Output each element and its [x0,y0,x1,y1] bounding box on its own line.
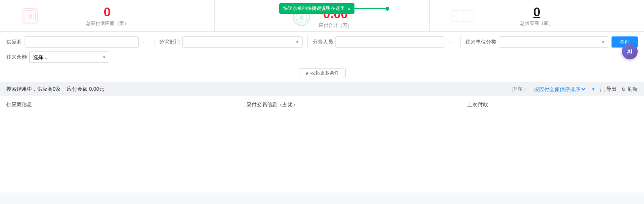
tooltip-text: 快速录单的快捷键说明在这里 [283,5,345,12]
balance-label: 往来余额 [6,53,27,61]
sort-dropdown-icon: ▼ [591,87,595,92]
svg-text:供: 供 [27,13,33,19]
person-label: 分管人员 [312,38,333,46]
dept-select[interactable] [182,36,302,48]
svg-text:米: 米 [298,15,305,21]
tooltip-balloon: 快速录单的快捷键说明在这里 × [279,3,354,14]
divider-3 [460,36,461,48]
results-info: 搜索结果中，供应商0家 应付金额 0.00元 [6,86,104,93]
search-bar: 供应商 ··· 分管部门 ▼ 分管人员 ··· 往来单位分类 [0,32,644,82]
sort-label: 排序： [512,86,528,93]
ai-badge[interactable]: Ai [622,44,638,59]
ai-label: Ai [627,48,633,55]
person-input[interactable] [335,36,445,48]
dept-label: 分管部门 [159,38,180,46]
results-vendor-count: 搜索结果中，供应商0家 [6,86,61,93]
table-col-lastpay: 上次付款 [467,101,638,108]
table-body [0,113,644,193]
stat-payable-total: 快速录单的快捷键说明在这里 × 米 0.00 应付合计（万） [215,0,429,31]
total-vendors-number: 0 [533,4,540,19]
vendor-label: 供应商 [6,38,22,46]
divider-1 [154,36,154,48]
tooltip-dot [385,7,389,11]
collapse-up-icon: ∧ [305,71,309,76]
vendor-field: 供应商 ··· [6,36,149,48]
vendor-input[interactable] [25,36,139,48]
payable-total-label: 应付合计（万） [319,22,352,29]
refresh-icon: ↻ [621,86,626,92]
unit-class-field: 往来单位分类 ▼ [465,36,608,48]
collapse-row: ∧ 收起更多条件 [6,66,638,82]
search-row-2: 往来余额 选择... ▼ [6,51,638,63]
results-actions: 排序： 按应付会额倒序排序 ▼ ⬚ 导出 ↻ 刷新 [512,86,638,93]
payable-vendors-label: 总应付供应商（家） [86,20,129,27]
refresh-label: 刷新 [627,86,638,93]
stamp-icon: 供 [21,7,39,25]
payable-vendors-number: 0 [104,4,111,19]
table-header: 供应商信息 应付交易信息（占比） 上次付款 [0,96,644,113]
bg-vendor-icon [451,7,475,23]
export-icon: ⬚ [600,86,605,92]
stat-payable-vendors: 供 0 总应付供应商（家） [0,0,215,31]
export-button[interactable]: ⬚ 导出 [600,86,617,93]
balance-select-wrapper: 选择... ▼ [29,51,109,63]
results-amount: 应付金额 0.00元 [67,86,104,93]
vendor-dots[interactable]: ··· [141,38,149,46]
unit-class-select-wrapper: ▼ [499,36,608,48]
search-row-1: 供应商 ··· 分管部门 ▼ 分管人员 ··· 往来单位分类 [6,36,638,48]
refresh-button[interactable]: ↻ 刷新 [621,86,638,93]
unit-class-select[interactable] [499,36,608,48]
stat-total-vendors: 0 总供应商（家） [430,0,644,31]
dept-select-wrapper: ▼ [182,36,302,48]
sort-select[interactable]: 按应付会额倒序排序 [532,86,587,93]
table-col-transaction: 应付交易信息（占比） [246,101,467,108]
results-bar: 搜索结果中，供应商0家 应付金额 0.00元 排序： 按应付会额倒序排序 ▼ ⬚… [0,82,644,96]
person-field: 分管人员 ··· [312,36,455,48]
tooltip-close-icon[interactable]: × [347,6,351,11]
dept-field: 分管部门 ▼ [159,36,302,48]
collapse-label: 收起更多条件 [311,70,339,76]
unit-class-label: 往来单位分类 [465,38,496,46]
total-vendors-label: 总供应商（家） [520,20,553,27]
export-label: 导出 [606,86,617,93]
balance-select[interactable]: 选择... [29,51,109,63]
person-dots[interactable]: ··· [447,38,455,46]
stats-bar: 供 0 总应付供应商（家） 快速录单的快捷键说明在这里 × 米 0.00 应付合… [0,0,644,32]
collapse-button[interactable]: ∧ 收起更多条件 [299,68,346,78]
divider-2 [307,36,308,48]
balance-field: 往来余额 选择... ▼ [6,51,109,63]
table-col-vendor: 供应商信息 [6,101,246,108]
